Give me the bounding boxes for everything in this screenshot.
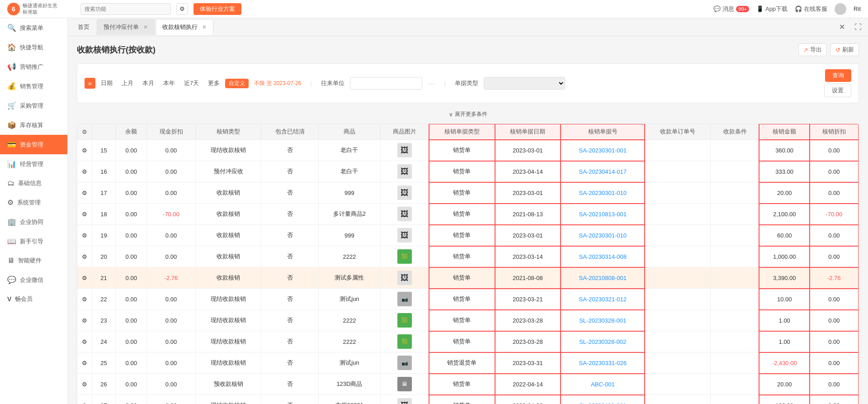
write-off-no-cell[interactable]: SA-20230321-012 bbox=[561, 289, 645, 310]
table-row[interactable]: ⚙ 18 0.00 -70.00 收款核销 否 多计量商品2 🖼 销货单 202… bbox=[77, 204, 859, 225]
sidebar-item-system[interactable]: ⚙ 系统管理 bbox=[0, 193, 67, 212]
date-last-month-btn[interactable]: 上月 bbox=[118, 78, 137, 88]
sidebar-item-purchase[interactable]: 🛒 采购管理 bbox=[0, 96, 67, 115]
write-off-no-cell[interactable]: SA-20230414-017 bbox=[561, 161, 645, 182]
trial-button[interactable]: 体验行业方案 bbox=[193, 3, 241, 15]
table-row[interactable]: ⚙ 23 0.00 0.00 现结收款核销 否 2222 🟩 销货单 2023-… bbox=[77, 310, 859, 331]
app-download-button[interactable]: 📱 App下载 bbox=[756, 5, 788, 13]
write-off-no-cell[interactable]: SL-20230408-001 bbox=[561, 395, 645, 404]
goods-cell: 老白干 bbox=[318, 140, 380, 161]
table-row[interactable]: ⚙ 22 0.00 0.00 现结收款核销 否 测试jun 📷 销货单 2023… bbox=[77, 289, 859, 310]
sidebar-item-finance[interactable]: 💳 资金管理 bbox=[0, 135, 67, 154]
goods-cell: 测试jun bbox=[318, 352, 380, 374]
col-write-off-amount: 核销金额 bbox=[759, 124, 810, 140]
write-off-discount-cell: 0.00 bbox=[810, 182, 858, 204]
write-off-date-cell: 2023-03-01 bbox=[495, 225, 561, 246]
sidebar-item-basic[interactable]: 🗂 基础信息 bbox=[0, 174, 67, 193]
write-off-no-link[interactable]: SA-20210813-001 bbox=[579, 211, 627, 218]
write-off-no-link[interactable]: SL-20230408-001 bbox=[579, 402, 626, 404]
table-header-row: ⚙ 余额 现金折扣 核销类型 包含已结清 商品 商品图片 核销单据类型 核销单据… bbox=[77, 124, 859, 140]
date-this-month-btn[interactable]: 本月 bbox=[139, 78, 158, 88]
date-custom-btn[interactable]: 自定义 bbox=[225, 79, 249, 88]
table-row[interactable]: ⚙ 16 0.00 0.00 预付冲应收 否 老白干 🖼 销货单 2023-04… bbox=[77, 161, 859, 182]
receipt-condition-cell bbox=[711, 374, 759, 395]
sidebar-item-marketing[interactable]: 📢 营销推广 bbox=[0, 57, 67, 76]
table-row[interactable]: ⚙ 24 0.00 0.00 现结收款核销 否 2222 🟩 销货单 2023-… bbox=[77, 331, 859, 352]
messages-button[interactable]: 💬 消息 99+ bbox=[713, 5, 749, 13]
write-off-no-cell[interactable]: ABC-001 bbox=[561, 374, 645, 395]
sidebar-item-sales[interactable]: 💰 销售管理 bbox=[0, 76, 67, 96]
gear-button[interactable]: ⚙ bbox=[176, 3, 188, 15]
write-off-no-cell[interactable]: SA-20230301-001 bbox=[561, 140, 645, 161]
write-off-no-cell[interactable]: SA-20230301-010 bbox=[561, 225, 645, 246]
refresh-button[interactable]: ↺ 刷新 bbox=[830, 43, 859, 56]
user-name[interactable]: Rit bbox=[854, 5, 861, 12]
goods-cell: 2222 bbox=[318, 331, 380, 352]
sidebar-item-search[interactable]: 🔍 搜索菜单 bbox=[0, 18, 67, 38]
online-service-button[interactable]: 🎧 在线客服 bbox=[795, 5, 827, 13]
sidebar-item-member[interactable]: V 畅会员 bbox=[0, 290, 67, 309]
write-off-no-link[interactable]: SA-20230301-010 bbox=[579, 232, 627, 239]
table-row[interactable]: ⚙ 17 0.00 0.00 收款核销 否 999 🖼 销货单 2023-03-… bbox=[77, 182, 859, 204]
tab-prepay-close[interactable]: ✕ bbox=[143, 24, 148, 30]
query-button[interactable]: 查询 bbox=[825, 69, 851, 82]
write-off-no-link[interactable]: SA-20230301-010 bbox=[579, 190, 627, 196]
table-row[interactable]: ⚙ 15 0.00 0.00 现结收款核销 否 老白干 🖼 销货单 2023-0… bbox=[77, 140, 859, 161]
include-settled-cell: 否 bbox=[261, 246, 319, 267]
tab-close-button[interactable]: ✕ bbox=[835, 21, 848, 33]
include-settled-cell: 否 bbox=[261, 310, 319, 331]
export-button[interactable]: ↗ 导出 bbox=[798, 43, 827, 56]
tab-home[interactable]: 首页 bbox=[71, 19, 96, 35]
write-off-no-link[interactable]: SL-20230328-001 bbox=[579, 317, 626, 324]
cash-discount-cell: -70.00 bbox=[147, 204, 195, 225]
include-settled-cell: 否 bbox=[261, 182, 319, 204]
settings-button[interactable]: 设置 bbox=[824, 84, 851, 97]
sidebar-item-inventory[interactable]: 📦 库存核算 bbox=[0, 115, 67, 135]
table-row[interactable]: ⚙ 25 0.00 0.00 现结收款核销 否 测试jun 📷 销货退货单 20… bbox=[77, 352, 859, 374]
table-row[interactable]: ⚙ 19 0.00 0.00 收款核销 否 999 🖼 销货单 2023-03-… bbox=[77, 225, 859, 246]
write-off-no-link[interactable]: SA-20230331-026 bbox=[579, 360, 627, 366]
write-off-no-cell[interactable]: SA-20230301-010 bbox=[561, 182, 645, 204]
write-off-no-link[interactable]: SA-20230414-017 bbox=[579, 168, 627, 175]
tab-collect[interactable]: 收款核销执行 ✕ bbox=[156, 19, 213, 35]
date-range-display: 不限 至 2023-07-26 bbox=[254, 80, 301, 87]
col-gear[interactable]: ⚙ bbox=[77, 124, 92, 140]
date-7days-btn[interactable]: 近7天 bbox=[180, 78, 203, 88]
tab-prepay[interactable]: 预付冲应付单 ✕ bbox=[97, 19, 155, 35]
table-row[interactable]: ⚙ 21 0.00 -2.76 收款核销 否 测试多属性 🖼 销货单 2021-… bbox=[77, 267, 859, 289]
sidebar-item-corp[interactable]: 🏢 企业协同 bbox=[0, 212, 67, 232]
table-row[interactable]: ⚙ 27 0.00 0.00 现结收款核销 否 衣服00001 🖼 销货单 20… bbox=[77, 395, 859, 404]
doc-type-select[interactable] bbox=[484, 77, 565, 90]
gear-cell: ⚙ bbox=[77, 289, 92, 310]
expand-more-bar[interactable]: ∨ 展开更多条件 bbox=[77, 109, 859, 120]
goods-img-cell: 🖼 bbox=[381, 161, 429, 182]
sidebar-item-wechat[interactable]: 💬 企业微信 bbox=[0, 270, 67, 290]
write-off-no-cell[interactable]: SL-20230328-001 bbox=[561, 310, 645, 331]
sidebar-item-guide[interactable]: 📖 新手引导 bbox=[0, 232, 67, 251]
write-off-no-cell[interactable]: SA-20210808-001 bbox=[561, 267, 645, 289]
sidebar-item-business[interactable]: 📊 经营管理 bbox=[0, 154, 67, 174]
write-off-no-link[interactable]: SA-20210808-001 bbox=[579, 275, 627, 281]
avatar[interactable] bbox=[835, 3, 846, 15]
date-more-btn[interactable]: 更多 bbox=[204, 78, 223, 88]
filter-toggle-button[interactable]: » bbox=[85, 78, 95, 89]
write-off-no-link[interactable]: SL-20230328-002 bbox=[579, 338, 626, 345]
table-row[interactable]: ⚙ 20 0.00 0.00 收款核销 否 2222 🟩 销货单 2023-03… bbox=[77, 246, 859, 267]
top-search-input[interactable] bbox=[80, 3, 171, 15]
sidebar-item-quick-nav[interactable]: 🏠 快捷导航 bbox=[0, 38, 67, 57]
write-off-no-cell[interactable]: SA-20230314-008 bbox=[561, 246, 645, 267]
write-off-no-link[interactable]: SA-20230321-012 bbox=[579, 296, 627, 303]
table-row[interactable]: ⚙ 26 0.00 0.00 预收款核销 否 123D商品 🏛 销货单 2022… bbox=[77, 374, 859, 395]
sidebar-item-hardware[interactable]: 🖥 智能硬件 bbox=[0, 251, 67, 270]
tab-maximize-button[interactable]: ⛶ bbox=[852, 21, 864, 33]
write-off-no-cell[interactable]: SA-20230331-026 bbox=[561, 352, 645, 374]
date-this-year-btn[interactable]: 本年 bbox=[160, 78, 179, 88]
write-off-no-link[interactable]: SA-20230301-001 bbox=[579, 147, 627, 154]
partner-input[interactable] bbox=[350, 77, 422, 90]
write-off-no-link[interactable]: SA-20230314-008 bbox=[579, 253, 627, 260]
sidebar-item-label: 企业微信 bbox=[20, 276, 43, 284]
tab-collect-close[interactable]: ✕ bbox=[202, 24, 207, 30]
write-off-no-cell[interactable]: SL-20230328-002 bbox=[561, 331, 645, 352]
write-off-no-link[interactable]: ABC-001 bbox=[591, 381, 615, 388]
write-off-no-cell[interactable]: SA-20210813-001 bbox=[561, 204, 645, 225]
